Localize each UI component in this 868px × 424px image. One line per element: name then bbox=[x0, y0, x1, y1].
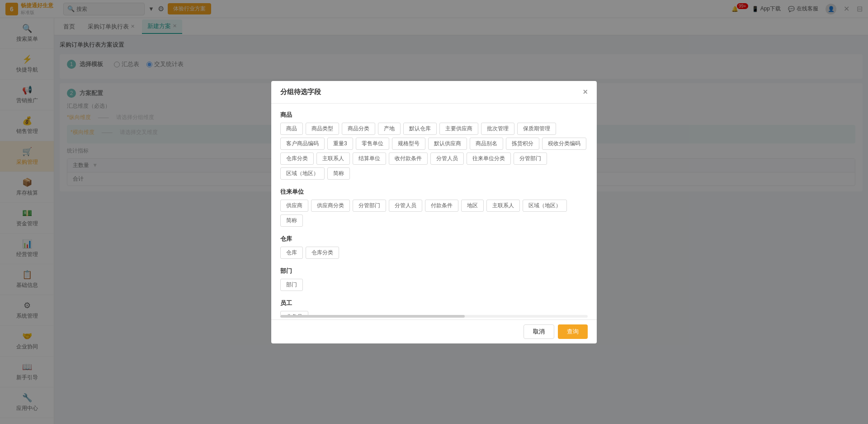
tag-goods-4[interactable]: 默认仓库 bbox=[403, 123, 437, 135]
section-partner-label: 往来单位 bbox=[280, 188, 588, 196]
tag-goods-12[interactable]: 默认供应商 bbox=[428, 138, 467, 150]
modal-title: 分组待选字段 bbox=[280, 88, 321, 96]
section-employee-label: 员工 bbox=[280, 299, 588, 307]
tag-goods-6[interactable]: 批次管理 bbox=[481, 123, 514, 135]
modal-overlay: 分组待选字段 × 商品 商品 商品类型 商品分类 产地 默认仓库 主要供应商 批… bbox=[0, 0, 868, 424]
tag-goods-19[interactable]: 收付款条件 bbox=[389, 152, 428, 165]
section-warehouse-tags: 仓库 仓库分类 bbox=[280, 247, 588, 259]
modal-cancel-btn[interactable]: 取消 bbox=[524, 324, 554, 339]
tag-partner-6[interactable]: 主联系人 bbox=[486, 200, 520, 212]
tag-goods-9[interactable]: 重量3 bbox=[327, 138, 353, 150]
tag-goods-1[interactable]: 商品类型 bbox=[306, 123, 339, 135]
modal-confirm-btn[interactable]: 查询 bbox=[558, 324, 588, 339]
section-warehouse: 仓库 仓库 仓库分类 bbox=[280, 235, 588, 259]
tag-goods-22[interactable]: 分管部门 bbox=[514, 152, 547, 165]
tag-goods-21[interactable]: 往来单位分类 bbox=[467, 152, 511, 165]
modal-header: 分组待选字段 × bbox=[271, 81, 597, 104]
tag-goods-14[interactable]: 拣货积分 bbox=[506, 138, 539, 150]
tag-employee-0[interactable]: 业务员 bbox=[280, 311, 308, 315]
tag-goods-3[interactable]: 产地 bbox=[378, 123, 401, 135]
tag-goods-2[interactable]: 商品分类 bbox=[342, 123, 375, 135]
section-employee-tags: 业务员 bbox=[280, 311, 588, 315]
tag-partner-1[interactable]: 供应商分类 bbox=[311, 200, 350, 212]
tag-warehouse-1[interactable]: 仓库分类 bbox=[306, 247, 339, 259]
tag-goods-10[interactable]: 零售单位 bbox=[356, 138, 389, 150]
section-partner-tags: 供应商 供应商分类 分管部门 分管人员 付款条件 地区 主联系人 区域（地区） … bbox=[280, 200, 588, 227]
tag-goods-11[interactable]: 规格型号 bbox=[392, 138, 425, 150]
tag-goods-8[interactable]: 客户商品编码 bbox=[280, 138, 325, 150]
tag-partner-7[interactable]: 区域（地区） bbox=[523, 200, 567, 212]
tag-goods-5[interactable]: 主要供应商 bbox=[439, 123, 478, 135]
tag-goods-13[interactable]: 商品别名 bbox=[470, 138, 503, 150]
tag-goods-20[interactable]: 分管人员 bbox=[430, 152, 464, 165]
tag-warehouse-0[interactable]: 仓库 bbox=[280, 247, 303, 259]
tag-goods-0[interactable]: 商品 bbox=[280, 123, 303, 135]
tag-partner-5[interactable]: 地区 bbox=[461, 200, 484, 212]
hscroll-thumb bbox=[280, 315, 465, 318]
modal-hscroll-area bbox=[271, 315, 597, 319]
tag-goods-16[interactable]: 仓库分类 bbox=[280, 152, 314, 165]
section-department: 部门 部门 bbox=[280, 267, 588, 291]
section-goods-tags: 商品 商品类型 商品分类 产地 默认仓库 主要供应商 批次管理 保质期管理 客户… bbox=[280, 123, 588, 180]
tag-goods-7[interactable]: 保质期管理 bbox=[517, 123, 556, 135]
tag-department-0[interactable]: 部门 bbox=[280, 279, 303, 291]
tag-goods-15[interactable]: 税收分类编码 bbox=[542, 138, 586, 150]
tag-goods-18[interactable]: 结算单位 bbox=[353, 152, 386, 165]
section-department-tags: 部门 bbox=[280, 279, 588, 291]
tag-goods-23[interactable]: 区域（地区） bbox=[280, 167, 325, 180]
tag-goods-17[interactable]: 主联系人 bbox=[316, 152, 350, 165]
modal-footer: 取消 查询 bbox=[271, 319, 597, 343]
tag-partner-2[interactable]: 分管部门 bbox=[353, 200, 386, 212]
section-goods: 商品 商品 商品类型 商品分类 产地 默认仓库 主要供应商 批次管理 保质期管理… bbox=[280, 111, 588, 180]
modal-close-btn[interactable]: × bbox=[583, 87, 588, 97]
modal-body: 商品 商品 商品类型 商品分类 产地 默认仓库 主要供应商 批次管理 保质期管理… bbox=[271, 104, 597, 315]
section-partner: 往来单位 供应商 供应商分类 分管部门 分管人员 付款条件 地区 主联系人 区域… bbox=[280, 188, 588, 227]
section-warehouse-label: 仓库 bbox=[280, 235, 588, 243]
tag-goods-24[interactable]: 简称 bbox=[327, 167, 350, 180]
section-goods-label: 商品 bbox=[280, 111, 588, 119]
field-select-modal: 分组待选字段 × 商品 商品 商品类型 商品分类 产地 默认仓库 主要供应商 批… bbox=[271, 81, 597, 343]
tag-partner-4[interactable]: 付款条件 bbox=[425, 200, 458, 212]
section-department-label: 部门 bbox=[280, 267, 588, 275]
tag-partner-8[interactable]: 简称 bbox=[280, 214, 303, 227]
section-employee: 员工 业务员 bbox=[280, 299, 588, 315]
tag-partner-0[interactable]: 供应商 bbox=[280, 200, 308, 212]
tag-partner-3[interactable]: 分管人员 bbox=[389, 200, 422, 212]
